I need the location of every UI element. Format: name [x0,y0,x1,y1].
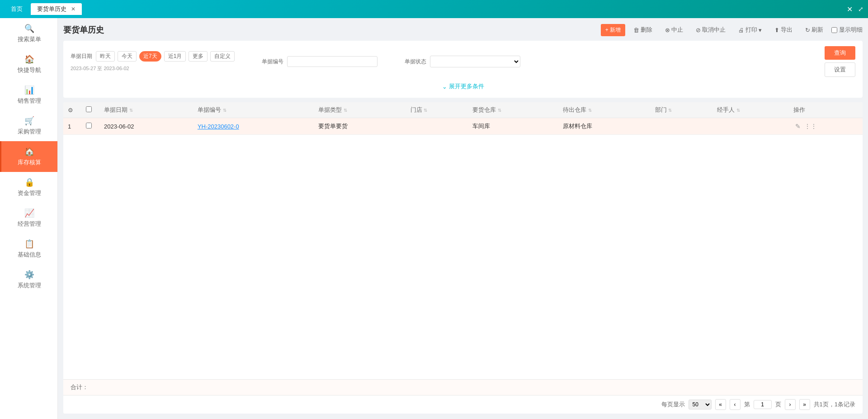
th-action: 操作 [789,102,863,118]
prev-page-button[interactable]: ‹ [730,399,741,410]
top-bar: 首页 要货单历史 ✕ ✕ ⤢ [0,0,868,18]
page-size-select[interactable]: 50 100 [689,400,712,409]
sidebar-item-basic[interactable]: 📋 基础信息 [0,233,57,264]
th-settings[interactable]: ⚙ [63,102,81,118]
tab-list: 首页 要货单历史 ✕ [5,3,847,15]
sidebar-item-system[interactable]: ⚙️ 系统管理 [0,264,57,295]
pagination-bar: 每页显示 50 100 « ‹ 第 1 页 › » 共1页，1条记录 [63,395,863,414]
display-detail-toggle[interactable]: 显示明细 [831,26,863,34]
sort-pending-warehouse-icon: ⇅ [588,108,592,113]
data-table: ⚙ 单据日期 ⇅ 单据编号 ⇅ [63,102,863,135]
th-req-warehouse[interactable]: 要货仓库 ⇅ [468,102,558,118]
sort-bill-type-icon: ⇅ [344,108,347,113]
detail-action-icon[interactable]: ⋮⋮ [806,122,815,131]
next-page-button[interactable]: › [785,399,796,410]
expand-more-btn[interactable]: ⌄ 展开更多条件 [71,81,855,92]
last-page-button[interactable]: » [799,399,810,410]
window-close-icon[interactable]: ✕ [847,5,853,14]
tab-close-icon[interactable]: ✕ [71,6,75,12]
display-detail-checkbox[interactable] [831,27,837,33]
top-bar-right: ✕ ⤢ [847,5,863,14]
tab-active[interactable]: 要货单历史 ✕ [31,3,82,15]
sidebar: 🔍 搜索菜单 🏠 快捷导航 📊 销售管理 🛒 采购管理 🏠 库存核算 🔒 资金管… [0,18,58,419]
edit-action-icon[interactable]: ✎ [793,122,802,131]
th-store[interactable]: 门店 ⇅ [406,102,468,118]
window-maximize-icon[interactable]: ⤢ [858,5,863,13]
row-checkbox[interactable] [86,123,92,129]
print-button[interactable]: 🖨 打印 ▾ [734,24,766,36]
sidebar-item-inventory[interactable]: 🏠 库存核算 [0,141,57,172]
main-layout: 🔍 搜索菜单 🏠 快捷导航 📊 销售管理 🛒 采购管理 🏠 库存核算 🔒 资金管… [0,18,868,419]
new-button[interactable]: + 新增 [601,24,625,36]
sort-handler-icon: ⇅ [736,108,740,113]
sort-dept-icon: ⇅ [668,108,672,113]
date-btn-yesterday[interactable]: 昨天 [96,51,115,62]
export-icon: ⬆ [774,27,779,33]
page-header: 要货单历史 + 新增 🗑 删除 ⊗ 中止 ⊘ 取消中止 🖨 打印 [63,24,863,36]
trend-icon: 📈 [24,208,34,218]
content-area: 要货单历史 + 新增 🗑 删除 ⊗ 中止 ⊘ 取消中止 🖨 打印 [58,18,868,419]
inventory-icon: 🏠 [24,147,34,157]
bill-status-select[interactable] [430,56,520,67]
td-dept [651,118,713,135]
date-btn-custom[interactable]: 自定义 [210,51,235,62]
sidebar-item-finance[interactable]: 🔒 资金管理 [0,172,57,203]
sidebar-item-shortcut[interactable]: 🏠 快捷导航 [0,49,57,80]
sidebar-item-sales[interactable]: 📊 销售管理 [0,80,57,110]
cancel-stop-button[interactable]: ⊘ 取消中止 [691,24,730,36]
delete-button[interactable]: 🗑 删除 [629,24,657,36]
td-date: 2023-06-02 [99,118,193,135]
th-pending-warehouse[interactable]: 待出仓库 ⇅ [558,102,650,118]
date-btn-7days[interactable]: 近7天 [139,51,161,62]
th-bill-no[interactable]: 单据编号 ⇅ [193,102,314,118]
bill-no-link[interactable]: YH-20230602-0 [198,123,239,130]
select-all-checkbox[interactable] [86,106,92,112]
stop-button[interactable]: ⊗ 中止 [660,24,688,36]
sort-store-icon: ⇅ [424,108,427,113]
sidebar-item-purchase[interactable]: 🛒 采购管理 [0,110,57,141]
th-date[interactable]: 单据日期 ⇅ [99,102,193,118]
sidebar-item-search[interactable]: 🔍 搜索菜单 [0,18,57,49]
date-filter-label: 单据日期 [71,52,92,60]
refresh-icon: ↻ [805,27,810,33]
td-action: ✎ ⋮⋮ [789,118,863,135]
bill-no-input[interactable] [287,56,377,67]
first-page-button[interactable]: « [715,399,726,410]
td-store [406,118,468,135]
filter-row-1: 单据日期 昨天 今天 近7天 近1月 更多 自定义 2023-05-27 至 2… [71,46,855,77]
td-req-warehouse: 车间库 [468,118,558,135]
td-pending-warehouse: 原材料仓库 [558,118,650,135]
settings-button[interactable]: 设置 [825,62,855,77]
cancel-stop-icon: ⊘ [696,27,701,33]
cart-icon: 🛒 [24,116,34,126]
search-icon: 🔍 [24,24,34,33]
print-icon: 🖨 [738,27,744,33]
gear-icon: ⚙️ [24,270,34,280]
export-button[interactable]: ⬆ 导出 [770,24,797,36]
th-bill-type[interactable]: 单据类型 ⇅ [314,102,406,118]
table-container: ⚙ 单据日期 ⇅ 单据编号 ⇅ [63,102,863,414]
search-button[interactable]: 查询 [825,46,855,60]
page-title: 要货单历史 [63,24,104,35]
sidebar-item-operation[interactable]: 📈 经营管理 [0,203,57,233]
td-bill-no: YH-20230602-0 [193,118,314,135]
date-btn-today[interactable]: 今天 [118,51,137,62]
bill-status-label: 单据状态 [405,58,426,66]
date-btn-1month[interactable]: 近1月 [164,51,186,62]
sort-req-warehouse-icon: ⇅ [498,108,501,113]
action-icons: ✎ ⋮⋮ [793,122,858,131]
date-btn-more[interactable]: 更多 [189,51,208,62]
th-dept[interactable]: 部门 ⇅ [651,102,713,118]
stop-icon: ⊗ [665,27,670,33]
th-handler[interactable]: 经手人 ⇅ [712,102,789,118]
table-row[interactable]: 1 2023-06-02 YH-20230602-0 要货单要货 车间库 [63,118,863,135]
td-check [81,118,99,135]
refresh-button[interactable]: ↻ 刷新 [801,24,828,36]
toolbar: + 新增 🗑 删除 ⊗ 中止 ⊘ 取消中止 🖨 打印 ▾ [601,24,863,36]
tab-home[interactable]: 首页 [5,3,29,15]
table-footer: 合计： [63,379,863,395]
page-number-input[interactable]: 1 [754,400,772,409]
document-icon: 📋 [24,239,34,249]
chart-icon: 📊 [24,85,34,95]
td-bill-type: 要货单要货 [314,118,406,135]
